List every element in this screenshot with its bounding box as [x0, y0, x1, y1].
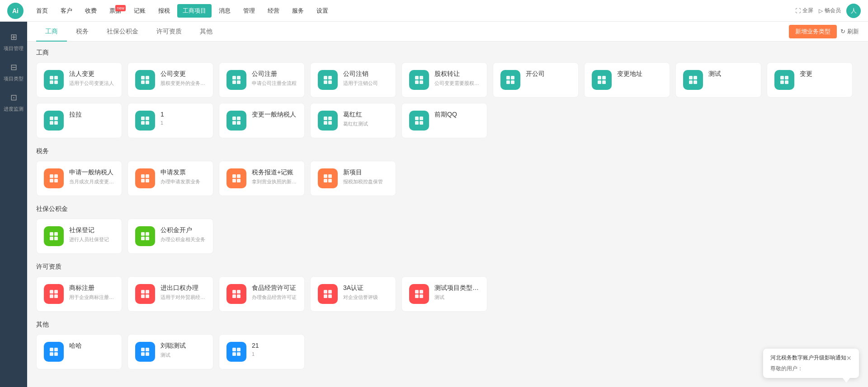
svg-rect-36 — [50, 117, 53, 120]
card-desc: 测试 — [434, 294, 480, 301]
card-title: 测试 — [708, 70, 754, 78]
svg-rect-61 — [146, 174, 149, 178]
card-申请一般纳税人[interactable]: 申请一般纳税人 当月或次月成变更完成 — [36, 161, 122, 196]
card-前期QQ[interactable]: 前期QQ — [401, 103, 487, 138]
nav-item-消息[interactable]: 消息 — [213, 4, 236, 18]
nav-item-首页[interactable]: 首页 — [31, 4, 53, 18]
nav-item-管理[interactable]: 管理 — [238, 4, 260, 18]
card-desc: 办理食品经营许可证 — [252, 294, 297, 301]
svg-rect-26 — [598, 80, 601, 84]
tab-税务[interactable]: 税务 — [67, 22, 98, 42]
tabs-list: 工商税务社保公积金许可资质其他 — [36, 22, 222, 41]
card-3A认证[interactable]: 3A认证 对企业信誉评级 — [310, 276, 396, 312]
refresh-button[interactable]: ↻ 刷新 — [840, 28, 859, 36]
card-测试[interactable]: 测试 — [675, 62, 761, 98]
nav-item-票据[interactable]: 票据new — [104, 4, 127, 18]
tab-许可资质[interactable]: 许可资质 — [147, 22, 191, 42]
svg-rect-109 — [237, 348, 241, 351]
card-desc: 测试 — [160, 352, 206, 359]
add-type-button[interactable]: 新增业务类型 — [789, 25, 837, 38]
svg-rect-97 — [420, 290, 423, 294]
card-1[interactable]: 1 1 — [127, 103, 213, 138]
svg-rect-68 — [324, 174, 327, 178]
svg-rect-28 — [689, 76, 693, 79]
section-title-shuiwu: 税务 — [36, 147, 859, 155]
sidebar-icon: ⊡ — [7, 91, 20, 104]
card-开公司[interactable]: 开公司 — [493, 62, 579, 98]
cards-grid-gongshang: 法人变更 适用于公司变更法人 公司变更 股权变更外的业务变更 — [36, 62, 859, 138]
notification-close-btn[interactable]: ✕ — [846, 354, 852, 362]
sidebar-item-项目类型[interactable]: ⊟ 项目类型 — [0, 56, 27, 87]
svg-rect-20 — [506, 76, 510, 79]
member-btn[interactable]: ▷ 畅会员 — [819, 7, 841, 14]
nav-item-服务[interactable]: 服务 — [287, 4, 309, 18]
card-变更地址[interactable]: 变更地址 — [584, 62, 670, 98]
card-法人变更[interactable]: 法人变更 适用于公司变更法人 — [36, 62, 122, 98]
svg-rect-92 — [324, 290, 327, 294]
card-icon — [318, 284, 338, 304]
card-info: 前期QQ — [434, 111, 480, 121]
svg-rect-22 — [506, 80, 510, 84]
svg-rect-45 — [237, 117, 241, 120]
card-进出口权办理[interactable]: 进出口权办理 适用于对外贸易经营者 — [127, 276, 213, 312]
svg-rect-95 — [328, 294, 332, 298]
tab-社保公积金[interactable]: 社保公积金 — [98, 22, 147, 42]
card-desc: 拿到营业执照的新公司 — [252, 178, 297, 185]
card-股权转让[interactable]: 股权转让 公司变更需要股权转让 — [401, 62, 487, 98]
svg-rect-88 — [232, 290, 236, 294]
card-社保登记[interactable]: 社保登记 进行人员社保登记 — [36, 219, 122, 254]
card-测试项目类型目定义[interactable]: 测试项目类型目定义 测试 — [401, 276, 487, 312]
card-新项目[interactable]: 新项目 报税加税控盘保管 — [310, 161, 396, 196]
nav-menu: 首页客户收费票据new记账报税工商项目消息管理经营服务设置 — [31, 4, 795, 18]
svg-rect-75 — [54, 237, 58, 240]
svg-rect-70 — [324, 179, 327, 182]
card-公司注销[interactable]: 公司注销 适用于注销公司 — [310, 62, 396, 98]
card-公积金开户[interactable]: 公积金开户 办理公积金相关业务 — [127, 219, 213, 254]
card-info: 公司注册 申请公司注册全流程 — [252, 70, 297, 87]
app-logo: Ai — [7, 3, 24, 19]
nav-item-报税[interactable]: 报税 — [153, 4, 175, 18]
section-xuke: 许可资质 商标注册 用于企业商标注册服务 — [36, 263, 859, 312]
card-title: 变更 — [800, 70, 845, 78]
card-公司变更[interactable]: 公司变更 股权变更外的业务变更 — [127, 62, 213, 98]
card-税务报道+记账[interactable]: 税务报道+记账 拿到营业执照的新公司 — [219, 161, 305, 196]
card-info: 3A认证 对企业信誉评级 — [343, 284, 388, 301]
sidebar-item-进度监测[interactable]: ⊡ 进度监测 — [0, 87, 27, 117]
nav-item-设置[interactable]: 设置 — [311, 4, 334, 18]
card-info: 公司注销 适用于注销公司 — [343, 70, 388, 87]
svg-rect-60 — [141, 174, 145, 178]
card-info: 商标注册 用于企业商标注册服务 — [69, 284, 114, 301]
svg-rect-78 — [141, 237, 145, 240]
tab-工商[interactable]: 工商 — [36, 22, 67, 42]
nav-item-收费[interactable]: 收费 — [80, 4, 102, 18]
card-变更一般纳税人[interactable]: 变更一般纳税人 — [219, 103, 305, 138]
svg-rect-38 — [50, 121, 53, 125]
card-拉拉[interactable]: 拉拉 — [36, 103, 122, 138]
svg-rect-49 — [328, 117, 332, 120]
sidebar-item-项目管理[interactable]: ⊞ 项目管理 — [0, 26, 27, 56]
card-食品经营许可证[interactable]: 食品经营许可证 办理食品经营许可证 — [219, 276, 305, 312]
card-哈哈[interactable]: 哈哈 — [36, 334, 122, 369]
cards-grid-shebao: 社保登记 进行人员社保登记 公积金开户 办理公积金相关业务 — [36, 219, 859, 254]
card-desc: 股权变更外的业务变更 — [160, 80, 206, 87]
nav-item-客户[interactable]: 客户 — [55, 4, 78, 18]
card-icon — [44, 70, 64, 90]
card-申请发票[interactable]: 申请发票 办理申请发票业务 — [127, 161, 213, 196]
nav-item-经营[interactable]: 经营 — [262, 4, 285, 18]
card-21[interactable]: 21 1 — [219, 334, 305, 369]
card-公司注册[interactable]: 公司注册 申请公司注册全流程 — [219, 62, 305, 98]
card-变更[interactable]: 变更 — [767, 62, 853, 98]
tab-其他[interactable]: 其他 — [191, 22, 222, 42]
svg-rect-5 — [146, 76, 149, 79]
nav-item-工商项目[interactable]: 工商项目 — [177, 4, 212, 18]
card-title: 开公司 — [526, 70, 571, 78]
fullscreen-btn[interactable]: ⛶ 全屏 — [795, 7, 813, 14]
card-葛红红[interactable]: 葛红红 葛红红测试 — [310, 103, 396, 138]
nav-item-记账[interactable]: 记账 — [128, 4, 151, 18]
user-avatar[interactable]: 人 — [846, 4, 861, 18]
card-刘聪测试[interactable]: 刘聪测试 测试 — [127, 334, 213, 369]
card-info: 变更地址 — [617, 70, 662, 80]
svg-rect-94 — [324, 294, 327, 298]
card-info: 1 1 — [160, 111, 206, 126]
card-商标注册[interactable]: 商标注册 用于企业商标注册服务 — [36, 276, 122, 312]
